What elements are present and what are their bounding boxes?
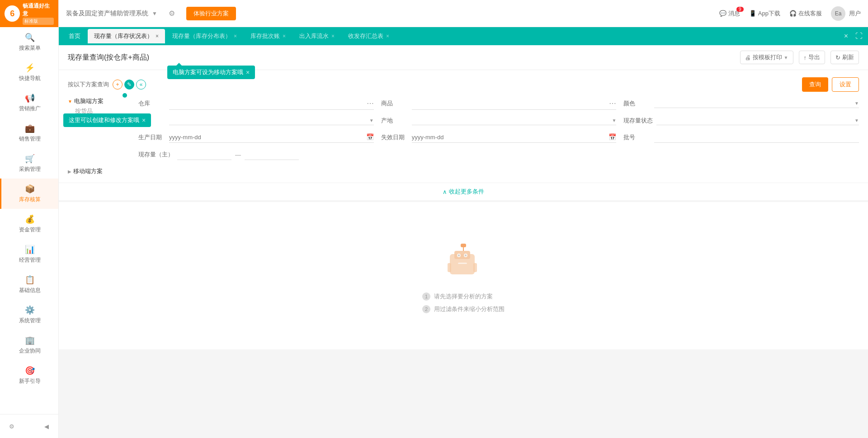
setting-button[interactable]: 设置 — [832, 77, 859, 92]
logo: 6 畅通通好生意 标准版 — [0, 0, 58, 27]
page-content: 现存量查询(按仓库+商品) 🖨 按模板打印 ▼ ↑ 导出 ↻ 刷新 — [59, 45, 868, 438]
system-icon: ⚙️ — [25, 305, 35, 315]
filter-row-1: 仓库 ⋯ 商品 ⋯ — [138, 97, 859, 110]
filter-row-3: 生产日期 📅 失效日期 📅 — [138, 132, 859, 143]
online-support-item[interactable]: 🎧 在线客服 — [789, 9, 822, 18]
size-select[interactable]: ▼ — [169, 116, 374, 125]
online-support-label: 在线客服 — [798, 9, 822, 18]
dropdown-arrow-icon: ▼ — [152, 10, 157, 17]
search-button[interactable]: 查询 — [802, 77, 828, 92]
collapse-bar[interactable]: ∧ 收起更多条件 — [59, 183, 868, 200]
stock-status-select[interactable]: ▼ — [656, 116, 859, 125]
product-input[interactable] — [412, 100, 608, 107]
expand-arrow-icon: ▶ — [68, 169, 71, 174]
sidebar-item-marketing[interactable]: 📢 营销推广 — [0, 88, 58, 118]
sidebar-item-enterprise[interactable]: 🏢 企业协同 — [0, 330, 58, 360]
tooltip-close-2[interactable]: × — [142, 117, 146, 124]
page-title: 现存量查询(按仓库+商品) — [68, 53, 149, 62]
stock-status-label: 现存量状态 — [623, 117, 653, 125]
sidebar-item-purchase[interactable]: 🛒 采购管理 — [0, 148, 58, 179]
filter-fields: 仓库 ⋯ 商品 ⋯ — [138, 97, 859, 160]
tab-in-out-flow[interactable]: 出入库流水 × — [293, 29, 341, 43]
tab-inventory-status[interactable]: 现存量（库存状况表） × — [88, 29, 165, 43]
export-icon: ↑ — [804, 54, 807, 61]
collapse-button[interactable]: ∧ 收起更多条件 — [443, 188, 484, 196]
sidebar-item-finance[interactable]: 💰 资金管理 — [0, 209, 58, 239]
print-button[interactable]: 🖨 按模板打印 ▼ — [740, 51, 793, 64]
export-button[interactable]: ↑ 导出 — [799, 51, 826, 64]
settings-button[interactable]: ⚙ — [5, 420, 18, 433]
tab-collect-dispatch[interactable]: 收发存汇总表 × — [342, 29, 396, 43]
sidebar-item-basic[interactable]: 📋 基础信息 — [0, 269, 58, 300]
svg-rect-1 — [454, 251, 470, 259]
desktop-scheme-toggle[interactable]: ▼ 电脑端方案 — [68, 97, 122, 105]
tab-close-icon[interactable]: × — [234, 33, 237, 39]
sidebar-item-label: 库存核算 — [19, 196, 41, 203]
settings-icon-button[interactable]: ⚙ — [165, 6, 179, 21]
sidebar-item-operation[interactable]: 📊 经营管理 — [0, 239, 58, 269]
stock-main-to[interactable] — [245, 151, 321, 158]
sidebar-item-guide[interactable]: 🎯 新手引导 — [0, 360, 58, 391]
close-all-icon[interactable]: × — [842, 30, 850, 42]
batch-input[interactable] — [654, 134, 859, 141]
sidebar-item-search[interactable]: 🔍 搜索菜单 — [0, 27, 58, 57]
desktop-scheme-label: 电脑端方案 — [74, 97, 104, 105]
calendar-icon-2[interactable]: 📅 — [609, 133, 616, 141]
filter-origin: 产地 ▼ — [381, 116, 617, 125]
fullscreen-icon[interactable]: ⛶ — [854, 30, 864, 42]
user-item[interactable]: Ea 用户 — [831, 6, 861, 21]
filter-batch: 批号 — [623, 132, 859, 143]
messages-item[interactable]: 💬 消息 9 — [719, 9, 740, 18]
sidebar-item-sales[interactable]: 💼 销售管理 — [0, 118, 58, 148]
finance-icon: 💰 — [25, 214, 35, 224]
app-download-item[interactable]: 📱 App下载 — [749, 9, 780, 18]
quick-icon: ⚡ — [25, 63, 35, 73]
color-label: 颜色 — [623, 99, 651, 108]
tab-inventory-dist[interactable]: 现存量（库存分布表） × — [166, 29, 243, 43]
svg-point-4 — [458, 254, 460, 256]
warehouse-more-icon[interactable]: ⋯ — [367, 99, 374, 108]
product-more-icon[interactable]: ⋯ — [609, 99, 616, 108]
collapse-sidebar-button[interactable]: ◀ — [40, 420, 53, 433]
sidebar-item-inventory[interactable]: 📦 库存核算 — [0, 179, 58, 209]
tab-close-icon[interactable]: × — [156, 33, 159, 39]
tooltip-close-1[interactable]: × — [246, 69, 250, 76]
tooltip-bubble-2: 这里可以创建和修改方案哦 × — [63, 113, 151, 127]
filter-stock-status: 现存量状态 ▼ — [623, 116, 859, 125]
sidebar-item-quick[interactable]: ⚡ 快捷导航 — [0, 57, 58, 88]
svg-rect-8 — [461, 244, 466, 247]
size-dropdown-icon: ▼ — [369, 118, 374, 123]
sidebar-bottom: ⚙ ◀ — [0, 414, 58, 438]
stock-status-dropdown-icon: ▼ — [854, 118, 859, 123]
mobile-scheme-toggle[interactable]: ▶ 移动端方案 — [68, 167, 859, 175]
connector-dot — [123, 93, 127, 98]
sidebar-item-system[interactable]: ⚙️ 系统管理 — [0, 300, 58, 330]
logo-icon: 6 — [5, 5, 20, 22]
topbar: 装备及固定资产辅助管理系统 ▼ ⚙ 体验行业方案 💬 消息 9 📱 App下载 … — [59, 0, 868, 27]
tabbar: 首页 现存量（库存状况表） × 现存量（库存分布表） × 库存批次账 × 出入库… — [59, 27, 868, 45]
tab-close-icon[interactable]: × — [283, 33, 286, 39]
warehouse-input[interactable] — [169, 100, 365, 107]
refresh-button[interactable]: ↻ 刷新 — [830, 51, 859, 64]
stock-main-from[interactable] — [177, 151, 253, 158]
stock-main-range: — — [177, 149, 859, 160]
header-actions: 🖨 按模板打印 ▼ ↑ 导出 ↻ 刷新 — [740, 51, 859, 64]
print-icon: 🖨 — [745, 54, 751, 61]
color-select[interactable]: ▼ — [654, 99, 859, 108]
arrow-left-button[interactable]: « — [136, 80, 146, 89]
production-date-input[interactable] — [169, 134, 366, 141]
add-scheme-button[interactable]: + — [113, 80, 123, 89]
tab-close-icon[interactable]: × — [331, 33, 335, 39]
calendar-icon-1[interactable]: 📅 — [366, 133, 374, 141]
tab-batch-account[interactable]: 库存批次账 × — [244, 29, 292, 43]
tab-home[interactable]: 首页 — [62, 29, 87, 43]
tab-close-icon[interactable]: × — [386, 33, 389, 39]
sidebar: 6 畅通通好生意 标准版 🔍 搜索菜单 ⚡ 快捷导航 📢 营销推广 💼 销售管理… — [0, 0, 59, 438]
industry-button[interactable]: 体验行业方案 — [186, 7, 236, 20]
edit-scheme-button[interactable]: ✎ — [124, 80, 134, 89]
support-icon: 🎧 — [789, 10, 797, 17]
origin-select[interactable]: ▼ — [412, 116, 617, 125]
sidebar-item-label: 营销推广 — [19, 105, 41, 113]
expiry-date-input[interactable] — [412, 134, 609, 141]
sidebar-item-label: 企业协同 — [19, 347, 41, 355]
